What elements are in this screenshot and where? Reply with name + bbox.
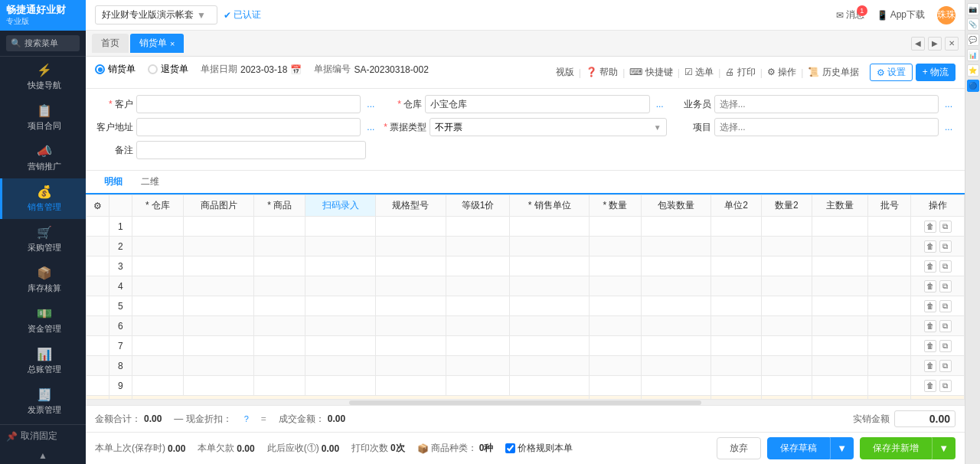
td-main-qty-2[interactable] bbox=[812, 237, 868, 257]
discount-help-btn[interactable]: ? bbox=[244, 414, 249, 423]
tab-home[interactable]: 首页 bbox=[92, 34, 129, 53]
td-barcode-5[interactable] bbox=[305, 296, 376, 316]
td-unit2-3[interactable] bbox=[711, 257, 762, 276]
tab-sales-order[interactable]: 销货单 × bbox=[130, 34, 184, 53]
help-btn[interactable]: ❓ 帮助 bbox=[586, 66, 618, 79]
tab-close-all-btn[interactable]: ✕ bbox=[945, 37, 959, 51]
td-qty2-3[interactable] bbox=[762, 257, 812, 276]
td-pack-qty-4[interactable] bbox=[641, 276, 711, 296]
td-qty2-2[interactable] bbox=[762, 237, 812, 257]
right-sidebar-btn-1[interactable]: 📷 bbox=[967, 3, 979, 15]
td-product-9[interactable] bbox=[253, 376, 305, 396]
td-product-6[interactable] bbox=[253, 316, 305, 336]
td-price1-8[interactable] bbox=[446, 356, 510, 376]
td-warehouse-1[interactable] bbox=[132, 217, 184, 237]
td-qty2-5[interactable] bbox=[762, 296, 812, 316]
salesperson-input[interactable] bbox=[714, 95, 939, 113]
td-barcode-1[interactable] bbox=[305, 217, 376, 237]
invoice-select[interactable]: 不开票 ▼ bbox=[430, 118, 666, 136]
td-qty-2[interactable] bbox=[590, 237, 642, 257]
td-spec-3[interactable] bbox=[376, 257, 446, 276]
project-addon[interactable]: ... bbox=[942, 122, 956, 132]
td-barcode-8[interactable] bbox=[305, 356, 376, 376]
messages-btn[interactable]: ✉ 1 消息 bbox=[836, 8, 864, 21]
td-qty-5[interactable] bbox=[590, 296, 642, 316]
project-input[interactable] bbox=[714, 118, 939, 136]
td-main-qty-5[interactable] bbox=[812, 296, 868, 316]
td-product-4[interactable] bbox=[253, 276, 305, 296]
td-main-qty-9[interactable] bbox=[812, 376, 868, 396]
td-pack-qty-8[interactable] bbox=[641, 356, 711, 376]
td-sales-unit-8[interactable] bbox=[510, 356, 590, 376]
td-batch-1[interactable] bbox=[868, 217, 911, 237]
td-batch-8[interactable] bbox=[868, 356, 911, 376]
td-sales-unit-3[interactable] bbox=[510, 257, 590, 276]
copy-row-2-btn[interactable]: ⧉ bbox=[939, 240, 952, 253]
td-pack-qty-3[interactable] bbox=[641, 257, 711, 276]
user-menu-btn[interactable]: 珠珠 bbox=[937, 6, 956, 25]
remark-input[interactable] bbox=[136, 141, 366, 159]
search-menu-btn[interactable]: 🔍 搜索菜单 bbox=[6, 35, 80, 51]
td-unit2-2[interactable] bbox=[711, 237, 762, 257]
tab-erwei[interactable]: 二维 bbox=[132, 171, 168, 194]
td-price1-9[interactable] bbox=[446, 376, 510, 396]
td-spec-8[interactable] bbox=[376, 356, 446, 376]
add-logistics-btn[interactable]: + 物流 bbox=[916, 64, 956, 81]
td-price1-4[interactable] bbox=[446, 276, 510, 296]
td-sales-unit-5[interactable] bbox=[510, 296, 590, 316]
td-product-8[interactable] bbox=[253, 356, 305, 376]
select-btn[interactable]: ☑ 选单 bbox=[684, 66, 714, 79]
td-unit2-8[interactable] bbox=[711, 356, 762, 376]
td-main-qty-7[interactable] bbox=[812, 336, 868, 356]
td-batch-6[interactable] bbox=[868, 316, 911, 336]
td-qty-8[interactable] bbox=[590, 356, 642, 376]
salesperson-addon[interactable]: ... bbox=[942, 99, 956, 109]
save-new-dropdown-btn[interactable]: ▼ bbox=[932, 437, 956, 459]
customer-addon[interactable]: ... bbox=[364, 99, 377, 109]
history-btn[interactable]: 📜 历史单据 bbox=[808, 66, 858, 79]
right-sidebar-btn-6[interactable]: 🔵 bbox=[967, 80, 979, 92]
td-spec-5[interactable] bbox=[376, 296, 446, 316]
shortcut-btn[interactable]: ⌨ 快捷键 bbox=[629, 66, 672, 79]
td-price1-7[interactable] bbox=[446, 336, 510, 356]
td-warehouse-6[interactable] bbox=[132, 316, 184, 336]
tab-next-btn[interactable]: ▶ bbox=[928, 37, 942, 51]
sidebar-item-marketing[interactable]: 📣 营销推广 bbox=[0, 138, 86, 178]
td-qty-7[interactable] bbox=[590, 336, 642, 356]
copy-row-7-btn[interactable]: ⧉ bbox=[939, 340, 952, 352]
save-draft-btn[interactable]: 保存草稿 bbox=[767, 437, 830, 459]
td-batch-3[interactable] bbox=[868, 257, 911, 276]
td-spec-6[interactable] bbox=[376, 316, 446, 336]
td-qty2-4[interactable] bbox=[762, 276, 812, 296]
td-sales-unit-2[interactable] bbox=[510, 237, 590, 257]
td-warehouse-4[interactable] bbox=[132, 276, 184, 296]
real-amount-input[interactable] bbox=[894, 410, 956, 427]
radio-sales-order[interactable]: 销货单 bbox=[95, 63, 136, 76]
td-qty-4[interactable] bbox=[590, 276, 642, 296]
delete-row-2-btn[interactable]: 🗑 bbox=[924, 240, 936, 253]
td-sales-unit-9[interactable] bbox=[510, 376, 590, 396]
delete-row-7-btn[interactable]: 🗑 bbox=[924, 340, 936, 352]
td-spec-7[interactable] bbox=[376, 336, 446, 356]
td-product-7[interactable] bbox=[253, 336, 305, 356]
sidebar-item-inventory[interactable]: 📦 库存核算 bbox=[0, 260, 86, 300]
copy-row-8-btn[interactable]: ⧉ bbox=[939, 360, 952, 372]
company-selector[interactable]: 好业财专业版演示帐套 ▼ bbox=[95, 5, 217, 25]
td-spec-1[interactable] bbox=[376, 217, 446, 237]
td-qty-1[interactable] bbox=[590, 217, 642, 237]
abandon-btn[interactable]: 放弃 bbox=[717, 437, 761, 459]
tab-mingxi[interactable]: 明细 bbox=[95, 171, 132, 194]
td-product-3[interactable] bbox=[253, 257, 305, 276]
td-unit2-9[interactable] bbox=[711, 376, 762, 396]
td-barcode-9[interactable] bbox=[305, 376, 376, 396]
td-main-qty-8[interactable] bbox=[812, 356, 868, 376]
td-unit2-4[interactable] bbox=[711, 276, 762, 296]
copy-row-3-btn[interactable]: ⧉ bbox=[939, 260, 952, 273]
warehouse-addon[interactable]: ... bbox=[653, 99, 667, 109]
td-sales-unit-6[interactable] bbox=[510, 316, 590, 336]
td-main-qty-4[interactable] bbox=[812, 276, 868, 296]
delete-row-6-btn[interactable]: 🗑 bbox=[924, 320, 936, 332]
td-product-2[interactable] bbox=[253, 237, 305, 257]
sidebar-item-sales[interactable]: 💰 销售管理 bbox=[0, 178, 86, 219]
td-spec-4[interactable] bbox=[376, 276, 446, 296]
